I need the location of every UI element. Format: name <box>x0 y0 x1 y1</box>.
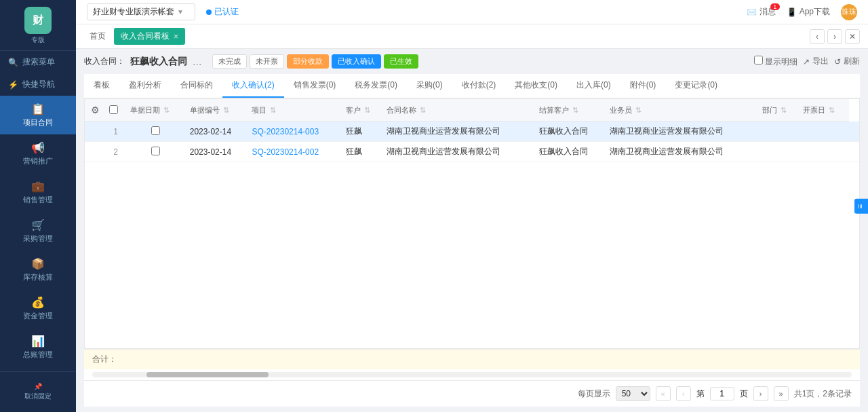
tab-profit-analysis[interactable]: 盈利分析 <box>119 74 171 98</box>
message-button[interactable]: ✉️ 消息 1 <box>747 6 776 18</box>
sidebar-search[interactable]: 🔍 搜索菜单 <box>0 51 76 73</box>
settings-icon[interactable]: ⚙ <box>91 105 100 115</box>
scroll-thumb[interactable] <box>146 372 269 377</box>
last-page-button[interactable]: » <box>774 386 789 401</box>
status-incomplete[interactable]: 未完成 <box>212 54 247 69</box>
tab-sales-invoice[interactable]: 销售发票(0) <box>284 74 346 98</box>
summary-label: 合计： <box>92 354 117 365</box>
row-invoice-date-cell <box>849 142 859 162</box>
table-row[interactable]: 2 2023-02-14 SQ-20230214-002 狂飙 湖南卫视商业运营… <box>85 142 859 162</box>
sidebar-item-funds[interactable]: 💰 资金管理 <box>0 289 76 328</box>
app-label: App下载 <box>800 6 830 18</box>
select-all-checkbox[interactable] <box>109 105 118 114</box>
tab-attachments[interactable]: 附件(0) <box>620 74 666 98</box>
tab-tax-invoice[interactable]: 税务发票(0) <box>345 74 407 98</box>
row-settle-customer-cell: 湖南卫视商业运营发展有限公司 <box>606 121 758 142</box>
inventory-icon: 📦 <box>31 257 45 270</box>
col-code: 单据编号 ⇅ <box>186 99 248 121</box>
refresh-button[interactable]: ↺ 刷新 <box>834 56 860 67</box>
sort-icon[interactable]: ⇅ <box>781 106 787 114</box>
tab-close-icon[interactable]: × <box>174 32 178 41</box>
tab-board[interactable]: 看板 <box>84 74 119 98</box>
row-code-cell[interactable]: SQ-20230214-002 <box>248 142 341 162</box>
sort-icon[interactable]: ⇅ <box>829 106 835 114</box>
sort-icon[interactable]: ⇅ <box>572 106 578 114</box>
sidebar-item-marketing[interactable]: 📢 营销推广 <box>0 134 76 173</box>
page-label2: 页 <box>740 388 748 400</box>
row-checkbox-cell[interactable] <box>126 142 186 162</box>
tabbar: 首页 收入合同看板 × ‹ › ✕ <box>76 24 868 49</box>
sidebar-logo: 财 专版 <box>0 0 76 51</box>
row-checkbox-cell[interactable] <box>126 121 186 142</box>
col-date: 单据日期 ⇅ <box>126 99 186 121</box>
tab-payment[interactable]: 收付款(2) <box>452 74 506 98</box>
user-avatar[interactable]: 珠珠 <box>841 4 857 20</box>
row-dept-cell <box>799 142 849 162</box>
scroll-track[interactable] <box>92 372 852 377</box>
tab-purchase[interactable]: 采购(0) <box>407 74 452 98</box>
tab-other-income[interactable]: 其他收支(0) <box>505 74 567 98</box>
message-badge: 1 <box>770 3 780 10</box>
status-buttons: 未完成 未开票 部分收款 已收入确认 已生效 <box>212 54 418 69</box>
sidebar-unpin[interactable]: 📌 取消固定 <box>0 377 76 407</box>
col-settle-customer: 结算客户 ⇅ <box>535 99 606 121</box>
sort-icon[interactable]: ⇅ <box>635 106 642 114</box>
row-salesman-cell <box>758 142 799 162</box>
sidebar-item-ledger[interactable]: 📊 总账管理 <box>0 328 76 367</box>
sort-icon[interactable]: ⇅ <box>364 106 370 114</box>
project-contract-icon: 📋 <box>31 102 45 115</box>
row-settle-customer-cell: 湖南卫视商业运营发展有限公司 <box>606 142 758 162</box>
tab-contract-subject[interactable]: 合同标的 <box>171 74 222 98</box>
show-detail-checkbox[interactable] <box>754 56 763 64</box>
status-effective[interactable]: 已生效 <box>384 54 418 69</box>
show-detail-checkbox-label: 显示明细 <box>754 56 797 68</box>
first-page-button[interactable]: « <box>656 386 671 401</box>
tab-home[interactable]: 首页 <box>84 28 111 45</box>
sort-icon[interactable]: ⇅ <box>163 106 170 114</box>
per-page-select[interactable]: 50 100 200 <box>616 386 650 401</box>
sort-icon[interactable]: ⇅ <box>420 106 426 114</box>
status-partial-payment[interactable]: 部分收款 <box>287 54 329 69</box>
sidebar-quick-label: 快捷导航 <box>22 79 55 90</box>
app-download-button[interactable]: 📱 App下载 <box>787 6 830 18</box>
verified-dot <box>206 10 212 15</box>
tab-warehouse[interactable]: 出入库(0) <box>567 74 620 98</box>
status-uninvoiced[interactable]: 未开票 <box>250 54 284 69</box>
page-total: 共1页，2条记录 <box>794 388 852 400</box>
tab-income-confirm[interactable]: 收入确认(2) <box>222 74 284 98</box>
right-action-button[interactable]: ≡ <box>854 198 868 213</box>
table-row[interactable]: 1 2023-02-14 SQ-20230214-003 狂飙 湖南卫视商业运营… <box>85 121 859 142</box>
scroll-area[interactable] <box>84 369 860 380</box>
sidebar-item-purchase[interactable]: 🛒 采购管理 <box>0 212 76 250</box>
tab-change-log[interactable]: 变更记录(0) <box>665 74 727 98</box>
tab-prev-button[interactable]: ‹ <box>810 29 825 44</box>
col-settings[interactable]: ⚙ <box>85 99 105 121</box>
status-income-confirmed[interactable]: 已收入确认 <box>332 54 381 69</box>
sort-icon[interactable]: ⇅ <box>223 106 229 114</box>
row-dept-cell <box>799 121 849 142</box>
sidebar-quick-nav[interactable]: ⚡ 快捷导航 <box>0 73 76 96</box>
sort-icon[interactable]: ⇅ <box>270 106 276 114</box>
sidebar-item-sales[interactable]: 💼 销售管理 <box>0 173 76 212</box>
main-content: 好业财专业版演示帐套 ▼ 已认证 ✉️ 消息 1 📱 App下载 珠珠 首页 收 <box>76 0 868 412</box>
tab-close-button[interactable]: ✕ <box>845 29 860 44</box>
ledger-icon: 📊 <box>31 335 45 348</box>
page-input[interactable] <box>710 387 734 400</box>
tab-contract-board[interactable]: 收入合同看板 × <box>114 28 185 45</box>
col-checkbox[interactable] <box>105 99 126 121</box>
export-button[interactable]: ↗ 导出 <box>803 56 829 67</box>
col-contract-name: 合同名称 ⇅ <box>382 99 535 121</box>
more-options-icon[interactable]: ... <box>193 56 201 68</box>
row-code-cell[interactable]: SQ-20230214-003 <box>248 121 341 142</box>
sidebar-item-invoice[interactable]: 🧾 发票管理 <box>0 367 76 371</box>
tabbar-nav: ‹ › ✕ <box>810 29 860 44</box>
sidebar-item-project-contract[interactable]: 📋 项目合同 <box>0 96 76 134</box>
chevron-down-icon: ▼ <box>177 8 184 16</box>
sidebar-item-inventory[interactable]: 📦 库存核算 <box>0 250 76 289</box>
company-selector[interactable]: 好业财专业版演示帐套 ▼ <box>87 3 195 20</box>
refresh-icon: ↺ <box>834 57 841 67</box>
prev-page-button[interactable]: ‹ <box>676 386 691 401</box>
tab-next-button[interactable]: › <box>827 29 842 44</box>
pagination-row: 每页显示 50 100 200 « ‹ 第 页 › » 共1页，2条记录 <box>84 380 860 407</box>
next-page-button[interactable]: › <box>753 386 768 401</box>
